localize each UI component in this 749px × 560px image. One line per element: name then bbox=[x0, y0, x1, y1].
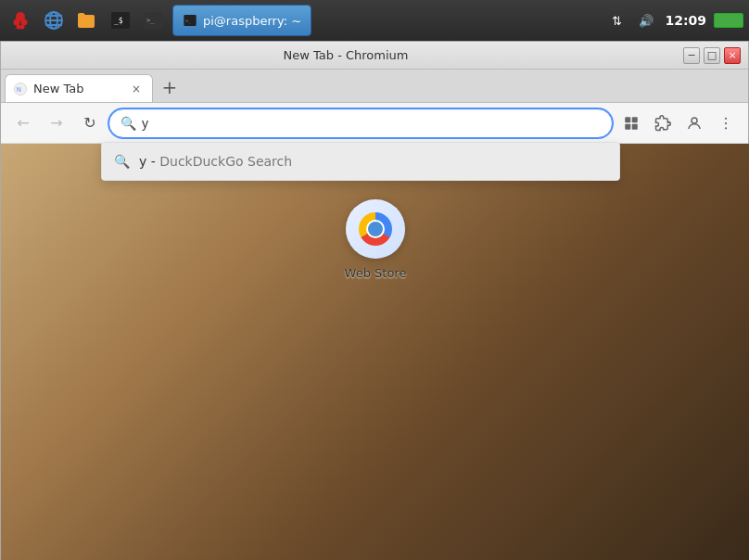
autocomplete-text: y - DuckDuckGo Search bbox=[139, 154, 608, 169]
nav-right-icons bbox=[616, 108, 741, 138]
svg-point-2 bbox=[21, 19, 28, 26]
svg-point-24 bbox=[725, 121, 727, 123]
taskbar: _$ >_ >_ pi@raspberry: ~ ⇅ 🔊 12:09 bbox=[0, 0, 749, 41]
svg-text:N: N bbox=[17, 85, 21, 92]
account-button[interactable] bbox=[679, 108, 709, 138]
web-browser-icon[interactable] bbox=[39, 6, 69, 35]
pi-terminal-icon[interactable]: >_ bbox=[139, 6, 169, 35]
tab-label: New Tab bbox=[33, 82, 122, 95]
svg-rect-21 bbox=[632, 123, 638, 129]
omnibox[interactable]: 🔍 bbox=[108, 108, 613, 138]
tab-close-button[interactable]: × bbox=[128, 81, 145, 97]
svg-text:_$: _$ bbox=[114, 17, 123, 25]
puzzle-extension-button[interactable] bbox=[648, 108, 678, 138]
terminal-icon[interactable]: _$ bbox=[106, 6, 135, 35]
web-store-shortcut[interactable]: Web Store bbox=[345, 199, 407, 280]
active-terminal-label: pi@raspberry: ~ bbox=[203, 14, 301, 28]
tab-favicon: N bbox=[13, 82, 28, 96]
svg-point-25 bbox=[725, 127, 727, 129]
forward-button[interactable]: → bbox=[42, 108, 71, 138]
close-button[interactable]: × bbox=[724, 47, 741, 64]
svg-rect-18 bbox=[625, 117, 630, 122]
clock: 12:09 bbox=[665, 13, 706, 28]
svg-rect-20 bbox=[625, 123, 630, 129]
raspberry-menu-icon[interactable] bbox=[6, 6, 35, 35]
svg-point-23 bbox=[725, 117, 727, 119]
autocomplete-item[interactable]: 🔍 y - DuckDuckGo Search bbox=[102, 143, 619, 180]
svg-rect-19 bbox=[632, 117, 638, 122]
minimize-button[interactable]: − bbox=[683, 47, 700, 64]
svg-point-22 bbox=[692, 118, 697, 123]
file-manager-icon[interactable] bbox=[72, 6, 102, 35]
reload-button[interactable]: ↻ bbox=[75, 108, 105, 138]
autocomplete-source: DuckDuckGo Search bbox=[159, 154, 292, 169]
window-title: New Tab - Chromium bbox=[8, 48, 683, 62]
new-tab-page: Web Store bbox=[1, 144, 749, 560]
taskbar-right-area: ⇅ 🔊 12:09 bbox=[605, 9, 743, 32]
nav-bar: ← → ↻ 🔍 🔍 y - DuckDuckGo Search bbox=[1, 103, 748, 144]
maximize-button[interactable]: □ bbox=[704, 47, 720, 64]
web-store-label: Web Store bbox=[345, 266, 407, 280]
new-tab-button[interactable]: + bbox=[157, 74, 183, 100]
back-button[interactable]: ← bbox=[8, 108, 38, 138]
active-tab[interactable]: N New Tab × bbox=[5, 74, 153, 102]
omnibox-input[interactable] bbox=[142, 116, 601, 131]
battery-icon bbox=[714, 13, 743, 28]
active-terminal-button[interactable]: >_ pi@raspberry: ~ bbox=[172, 5, 311, 36]
autocomplete-separator: - bbox=[146, 154, 159, 169]
svg-point-1 bbox=[14, 19, 20, 26]
extensions-button[interactable] bbox=[616, 108, 646, 138]
autocomplete-dropdown: 🔍 y - DuckDuckGo Search bbox=[101, 142, 620, 181]
browser-menu-button[interactable] bbox=[711, 108, 741, 138]
network-icon[interactable]: ⇅ bbox=[605, 9, 628, 32]
omnibox-search-icon: 🔍 bbox=[121, 116, 136, 131]
volume-icon[interactable]: 🔊 bbox=[635, 9, 657, 32]
tab-bar: N New Tab × + bbox=[1, 70, 748, 103]
svg-text:>_: >_ bbox=[146, 17, 155, 24]
autocomplete-search-icon: 🔍 bbox=[113, 153, 130, 170]
omnibox-container: 🔍 🔍 y - DuckDuckGo Search bbox=[108, 108, 613, 138]
window-controls: − □ × bbox=[683, 47, 741, 64]
web-store-icon bbox=[346, 199, 405, 259]
chromium-logo bbox=[359, 212, 392, 246]
browser-window: New Tab - Chromium − □ × N New Tab × bbox=[0, 41, 749, 560]
svg-point-4 bbox=[20, 25, 25, 30]
window-titlebar: New Tab - Chromium − □ × bbox=[1, 42, 748, 70]
